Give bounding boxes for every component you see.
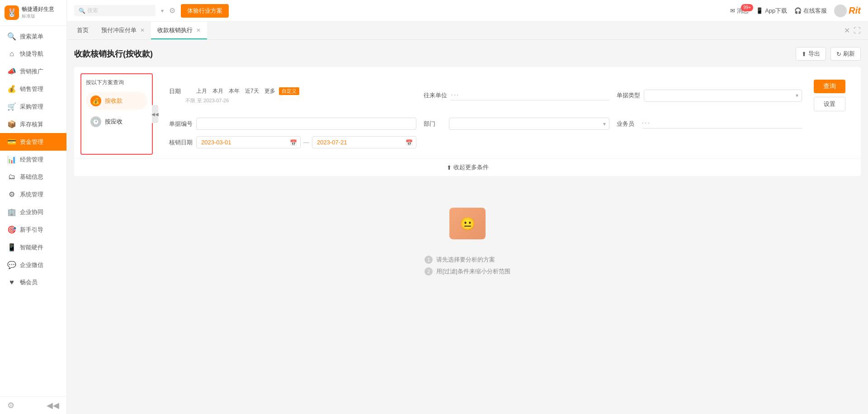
sidebar-item-vip[interactable]: ♥ 畅会员 — [0, 274, 66, 291]
date-7days[interactable]: 近7天 — [243, 87, 261, 95]
sidebar-item-search[interactable]: 🔍 搜索菜单 — [0, 28, 66, 45]
online-service-btn[interactable]: 🎧 在线客服 — [794, 7, 827, 15]
verify-start-wrap: 📅 — [196, 136, 301, 148]
sidebar-item-finance[interactable]: 💳 资金管理 — [0, 133, 66, 151]
collapse-more-label: 收起更多条件 — [453, 163, 489, 171]
header-search[interactable]: 🔍 搜索 — [74, 5, 156, 16]
tab-label: 预付冲应付单 — [101, 26, 137, 34]
sidebar-item-ops[interactable]: 📊 经营管理 — [0, 151, 66, 168]
search-placeholder: 搜索 — [87, 7, 98, 14]
message-icon: ✉ — [730, 7, 735, 14]
sidebar-menu: 🔍 搜索菜单 ⌂ 快捷导航 📣 营销推广 💰 销售管理 🛒 采购管理 📦 库存核… — [0, 26, 66, 396]
dept-select[interactable] — [449, 118, 609, 130]
empty-box: 😐 — [449, 208, 486, 239]
expand-tab-icon[interactable]: ⛶ — [854, 27, 861, 35]
sidebar-item-basic[interactable]: 🗂 基础信息 — [0, 168, 66, 186]
hint-text-2: 用[过滤]条件来缩小分析范围 — [436, 267, 510, 276]
date-limit-to: 至 2023-07-26 — [197, 97, 229, 104]
salesman-dots[interactable]: ··· — [642, 119, 651, 127]
collapse-sidebar-icon[interactable]: ◀◀ — [47, 400, 59, 410]
filter-row-1: 日期 上月 本月 本年 近7天 更多 自定义 — [169, 80, 845, 111]
receipt-option-label: 按收款 — [105, 97, 123, 105]
sidebar-item-marketing[interactable]: 📣 营销推广 — [0, 62, 66, 80]
sidebar-item-label: 系统管理 — [20, 190, 43, 199]
filter-top: 按以下方案查询 💰 按收款 🕐 按应收 ◀◀ — [74, 67, 861, 155]
date-more[interactable]: 更多 — [263, 87, 277, 95]
top-header: 🔍 搜索 ▾ ⚙ 体验行业方案 ✉ 消息 99+ 📱 App下载 🎧 在线客服 … — [67, 0, 868, 22]
sidebar-item-purchase[interactable]: 🛒 采购管理 — [0, 98, 66, 115]
message-btn[interactable]: ✉ 消息 99+ — [730, 7, 749, 15]
setting-button[interactable]: 设置 — [814, 97, 845, 111]
export-button[interactable]: ⬆ 导出 — [796, 47, 826, 61]
logo-badge: 标准版 — [22, 13, 54, 19]
app-download-btn[interactable]: 📱 App下载 — [756, 7, 787, 15]
verify-date-label: 核销日期 — [169, 138, 193, 147]
sidebar-item-inventory[interactable]: 📦 库存核算 — [0, 115, 66, 133]
date-this-year[interactable]: 本年 — [227, 87, 241, 95]
date-custom[interactable]: 自定义 — [279, 87, 299, 95]
user-info[interactable]: Rit — [834, 5, 861, 17]
filter-left-panel: 按以下方案查询 💰 按收款 🕐 按应收 ◀◀ — [80, 73, 153, 155]
tab-label: 收款核销执行 — [157, 26, 193, 34]
settings-bottom-icon[interactable]: ⚙ — [7, 400, 14, 410]
salesman-field: 业务员 ··· — [617, 119, 802, 128]
filter-row-2: 单据编号 部门 ▾ — [169, 118, 845, 130]
hint-num-1: 1 — [425, 256, 433, 264]
sidebar-item-label: 搜索菜单 — [20, 33, 43, 41]
date-field: 日期 上月 本月 本年 近7天 更多 自定义 — [169, 87, 416, 104]
sidebar-logo: 🐰 畅捷通好生意 标准版 — [0, 0, 66, 26]
sidebar-item-label: 畅会员 — [20, 278, 38, 286]
avatar — [834, 5, 847, 17]
gear-icon: ⚙ — [7, 190, 16, 199]
phone-icon: 📱 — [7, 243, 16, 252]
tab-close-receipt[interactable]: ✕ — [196, 27, 201, 33]
date-this-month[interactable]: 本月 — [211, 87, 225, 95]
close-tab-icon[interactable]: ✕ — [844, 26, 850, 35]
sidebar-item-label: 资金管理 — [20, 138, 43, 146]
sidebar-item-sales[interactable]: 💰 销售管理 — [0, 80, 66, 98]
dept-field: 部门 ▾ — [424, 118, 609, 130]
bill-type-select[interactable] — [644, 90, 802, 102]
sidebar-item-guide[interactable]: 🎯 新手引导 — [0, 221, 66, 238]
tab-actions: ✕ ⛶ — [844, 26, 864, 35]
collapse-panel-btn[interactable]: ◀◀ — [152, 105, 158, 123]
sidebar-item-corp[interactable]: 🏢 企业协同 — [0, 203, 66, 221]
verify-date-end[interactable] — [312, 136, 416, 148]
tab-receipt[interactable]: 收款核销执行 ✕ — [151, 22, 207, 39]
refresh-button[interactable]: ↻ 刷新 — [830, 47, 861, 61]
chat-icon: 💬 — [7, 261, 16, 269]
date-label: 日期 — [169, 87, 191, 95]
tab-home[interactable]: 首页 — [71, 22, 95, 39]
filter-option-by-receipt[interactable]: 💰 按收款 — [86, 92, 147, 110]
app-icon: 📱 — [756, 7, 763, 14]
service-label: 在线客服 — [803, 7, 827, 15]
sidebar-item-label: 销售管理 — [20, 85, 43, 93]
collapse-chevron-icon: ⬆ — [447, 164, 452, 171]
receipt-option-icon: 💰 — [90, 95, 101, 106]
empty-face-icon: 😐 — [460, 216, 476, 231]
sidebar-item-wechat[interactable]: 💬 企业微信 — [0, 256, 66, 274]
filter-option-by-receivable[interactable]: 🕐 按应收 — [86, 113, 147, 131]
cart-icon: 🛒 — [7, 102, 16, 111]
chevron-down-icon[interactable]: ▾ — [161, 8, 164, 14]
partner-label: 往来单位 — [424, 91, 447, 100]
sidebar-item-nav[interactable]: ⌂ 快捷导航 — [0, 45, 66, 62]
collapse-more-btn[interactable]: ⬆ 收起更多条件 — [447, 163, 489, 171]
tab-close-prepay[interactable]: ✕ — [140, 27, 145, 33]
partner-dots[interactable]: ··· — [451, 91, 459, 99]
query-button[interactable]: 查询 — [814, 80, 845, 93]
action-buttons: 查询 设置 — [809, 80, 845, 111]
industry-btn[interactable]: 体验行业方案 — [181, 4, 229, 18]
gear-settings-icon[interactable]: ⚙ — [169, 6, 175, 15]
filter-row-3: 核销日期 📅 — 📅 — [169, 136, 845, 148]
date-limit: 不限 — [185, 97, 195, 104]
verify-date-start[interactable] — [196, 136, 301, 148]
refresh-label: 刷新 — [843, 50, 855, 58]
sidebar-item-system[interactable]: ⚙ 系统管理 — [0, 186, 66, 203]
header-right: ✉ 消息 99+ 📱 App下载 🎧 在线客服 Rit — [730, 5, 861, 17]
date-last-month[interactable]: 上月 — [194, 87, 209, 95]
export-icon: ⬆ — [802, 51, 807, 57]
sidebar-item-hardware[interactable]: 📱 智能硬件 — [0, 238, 66, 256]
bill-no-input[interactable] — [196, 118, 416, 130]
tab-prepay[interactable]: 预付冲应付单 ✕ — [95, 22, 151, 39]
